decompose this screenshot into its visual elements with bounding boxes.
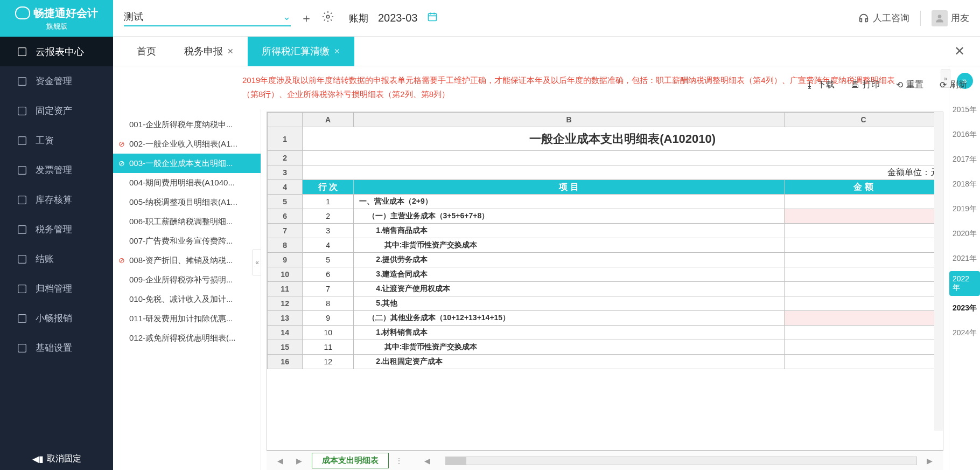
report-nav-item-9[interactable]: 010-免税、减计收入及加计... [113,289,261,309]
item-cell[interactable]: 3.建造合同成本 [354,267,785,282]
item-cell[interactable]: 4.让渡资产使用权成本 [354,282,785,296]
report-nav-item-3[interactable]: 004-期间费用明细表(A1040... [113,173,261,192]
report-nav-item-5[interactable]: 006-职工薪酬纳税调整明细... [113,212,261,231]
tab-2[interactable]: 所得税汇算清缴✕ [248,37,354,66]
seq-cell[interactable]: 12 [303,355,354,369]
col-header-B[interactable]: B [354,113,785,127]
sidebar-item-10[interactable]: 基础设置 [0,333,113,363]
consult-button[interactable]: 人工咨询 [858,12,909,24]
reset-button[interactable]: ⟲重置 [896,79,923,91]
tab-1[interactable]: 税务申报✕ [170,37,248,66]
seq-cell[interactable]: 3 [303,224,354,238]
seq-cell[interactable]: 11 [303,340,354,355]
year-item-2016年[interactable]: 2016年 [953,122,977,147]
refresh-button[interactable]: ⟳刷新 [940,79,967,91]
amount-cell[interactable] [785,238,943,253]
item-cell[interactable]: 1.销售商品成本 [354,224,785,238]
row-header[interactable]: 16 [268,355,303,369]
year-item-2022年[interactable]: 2022年 [949,271,980,296]
seq-cell[interactable]: 8 [303,296,354,311]
report-nav-item-11[interactable]: 012-减免所得税优惠明细表(... [113,328,261,348]
item-cell[interactable]: 2.提供劳务成本 [354,253,785,267]
sheet-grid[interactable]: ABC1一般企业成本支出明细表(A102010)23金额单位：元4行 次项 目金… [267,112,943,451]
collapse-nav-button[interactable]: « [253,250,261,275]
sidebar-item-0[interactable]: 云报表中心 [0,37,113,66]
sidebar-item-6[interactable]: 税务管理 [0,215,113,244]
period-value[interactable]: 2023-03 [378,12,417,24]
item-cell[interactable]: 其中:非货币性资产交换成本 [354,238,785,253]
row-header[interactable]: 8 [268,238,303,253]
download-button[interactable]: ⭳下载 [806,79,835,91]
row-header[interactable]: 7 [268,224,303,238]
row-header[interactable]: 10 [268,267,303,282]
report-nav-item-0[interactable]: 001-企业所得税年度纳税申... [113,115,261,134]
prev-sheet-button[interactable]: ◀ [274,457,286,465]
hscroll-right[interactable]: ▶ [923,457,936,465]
year-item-2020年[interactable]: 2020年 [953,222,977,246]
seq-cell[interactable]: 6 [303,267,354,282]
next-sheet-button[interactable]: ▶ [293,457,305,465]
seq-cell[interactable]: 9 [303,311,354,326]
amount-cell[interactable] [785,209,943,224]
report-nav-item-2[interactable]: ⊘003-一般企业成本支出明细... [113,154,261,173]
report-nav-item-7[interactable]: ⊘008-资产折旧、摊销及纳税... [113,251,261,270]
row-header[interactable]: 15 [268,340,303,355]
sidebar-item-5[interactable]: 库存核算 [0,185,113,215]
row-header[interactable]: 13 [268,311,303,326]
year-item-2019年[interactable]: 2019年 [953,197,977,222]
year-item-2018年[interactable]: 2018年 [953,172,977,197]
amount-cell[interactable] [785,311,943,326]
amount-cell[interactable] [785,267,943,282]
seq-cell[interactable]: 2 [303,209,354,224]
col-header-A[interactable]: A [303,113,354,127]
amount-cell[interactable] [785,224,943,238]
horizontal-scrollbar[interactable] [445,457,917,465]
vertical-scrollbar[interactable] [934,112,943,431]
seq-cell[interactable]: 7 [303,282,354,296]
amount-cell[interactable] [785,326,943,340]
row-header[interactable]: 11 [268,282,303,296]
row-header[interactable]: 12 [268,296,303,311]
amount-cell[interactable] [785,195,943,209]
sidebar-item-2[interactable]: 固定资产 [0,96,113,126]
amount-cell[interactable] [785,355,943,369]
amount-cell[interactable] [785,282,943,296]
year-item-2021年[interactable]: 2021年 [953,246,977,271]
item-cell[interactable]: 一、营业成本（2+9） [354,195,785,209]
add-button[interactable]: ＋ [300,10,312,26]
sidebar-item-7[interactable]: 结账 [0,244,113,274]
seq-cell[interactable]: 4 [303,238,354,253]
row-header[interactable]: 2 [268,151,303,165]
item-cell[interactable]: 5.其他 [354,296,785,311]
seq-cell[interactable]: 10 [303,326,354,340]
report-nav-item-8[interactable]: 009-企业所得税弥补亏损明... [113,270,261,289]
close-icon[interactable]: ✕ [334,47,340,56]
item-cell[interactable]: 1.材料销售成本 [354,326,785,340]
row-header[interactable]: 5 [268,195,303,209]
item-cell[interactable]: （一）主营业务成本（3+5+6+7+8） [354,209,785,224]
close-icon[interactable]: ✕ [227,47,234,56]
col-header-C[interactable]: C [785,113,943,127]
row-header[interactable]: 14 [268,326,303,340]
amount-cell[interactable] [785,296,943,311]
amount-cell[interactable] [785,253,943,267]
year-item-2015年[interactable]: 2015年 [953,98,977,122]
corner-cell[interactable] [268,113,303,127]
sidebar-item-8[interactable]: 归档管理 [0,274,113,303]
user-menu[interactable]: 用友 [932,10,969,26]
report-nav-item-4[interactable]: 005-纳税调整项目明细表(A1... [113,192,261,212]
amount-cell[interactable] [785,340,943,355]
row-header[interactable]: 6 [268,209,303,224]
unpin-button[interactable]: ◀▮ 取消固定 [0,447,113,470]
settings-button[interactable] [322,11,334,26]
year-item-2024年[interactable]: 2024年 [953,321,977,345]
sidebar-item-9[interactable]: 小畅报销 [0,303,113,333]
item-cell[interactable]: 2.出租固定资产成本 [354,355,785,369]
sidebar-item-4[interactable]: 发票管理 [0,155,113,185]
seq-cell[interactable]: 1 [303,195,354,209]
report-nav-item-6[interactable]: 007-广告费和业务宣传费跨... [113,231,261,251]
sidebar-item-3[interactable]: 工资 [0,126,113,155]
row-header[interactable]: 4 [268,180,303,195]
report-nav-item-10[interactable]: 011-研发费用加计扣除优惠... [113,309,261,328]
sidebar-item-1[interactable]: 资金管理 [0,66,113,96]
